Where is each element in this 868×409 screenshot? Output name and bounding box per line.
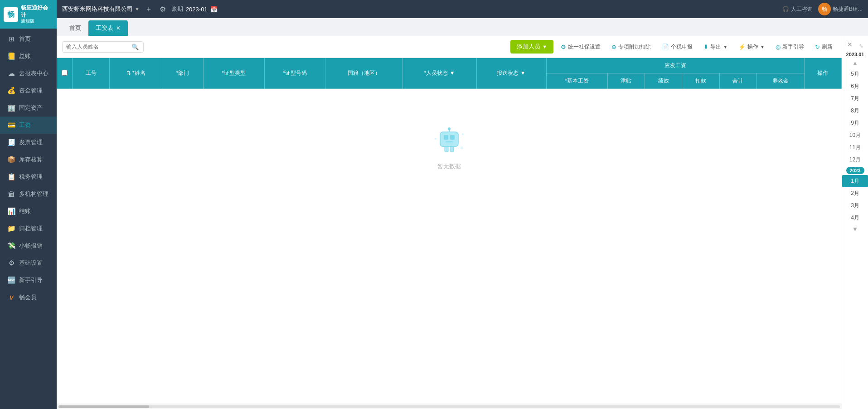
search-input[interactable] [66,44,130,50]
month-nav-down[interactable]: ▼ [851,224,860,234]
sidebar-item-label: 云报表中心 [19,69,48,78]
month-item-2022-10[interactable]: 10月 [842,129,868,141]
month-item-2022-05[interactable]: 5月 [842,68,868,80]
social-security-label: 统一社保设置 [568,43,601,51]
sidebar-item-settings[interactable]: ⚙ 基础设置 [0,254,57,272]
calendar-icon[interactable]: 📅 [210,6,218,13]
new-guide-icon: ◎ [776,44,781,50]
special-deduction-icon: ⊕ [611,44,616,50]
col-id-no: *证型号码 [264,58,325,89]
col-pension: 养老金 [757,73,804,89]
sidebar-item-archive[interactable]: 📁 归档管理 [0,220,57,237]
sidebar-item-fixed-assets[interactable]: 🏢 固定资产 [0,99,57,117]
month-item-2023-02[interactable]: 2月 [842,187,868,200]
scrollbar-track [58,405,840,408]
month-item-2022-09[interactable]: 9月 [842,117,868,129]
month-nav-up[interactable]: ▲ [851,58,860,68]
export-icon: ⬇ [703,44,708,50]
month-item-2022-08[interactable]: 8月 [842,105,868,117]
month-item-2022-06[interactable]: 6月 [842,80,868,93]
export-btn[interactable]: ⬇ 导出 ▼ [700,41,731,53]
sidebar-item-expense[interactable]: 💸 小畅报销 [0,237,57,254]
add-person-button[interactable]: 添加人员 ▼ [510,40,553,54]
tab-close-icon[interactable]: ✕ [116,25,121,31]
fixed-assets-icon: 🏢 [7,104,15,112]
svg-rect-0 [440,132,458,146]
sidebar-nav: ⊞ 首页 📒 总账 ☁ 云报表中心 💰 资金管理 🏢 固定资产 💳 工资 🧾 发… [0,29,57,409]
sidebar-item-guide[interactable]: 🆕 新手引导 [0,272,57,289]
col-checkbox[interactable] [57,58,73,89]
company-settings-button[interactable]: ⚙ [158,4,168,15]
new-guide-btn[interactable]: ◎ 新手引导 [772,41,808,53]
col-performance: 绩效 [645,73,682,89]
sidebar-item-label: 发票管理 [19,138,43,146]
svg-rect-5 [450,146,454,152]
social-security-btn[interactable]: ⚙ 统一社保设置 [557,41,604,53]
add-company-button[interactable]: ＋ [143,4,154,15]
panel-expand-button[interactable]: ⤡ [856,42,866,50]
horizontal-scrollbar[interactable] [57,404,842,409]
scrollbar-thumb[interactable] [58,405,149,408]
sidebar-item-tax[interactable]: 📋 税务管理 [0,168,57,185]
tab-salary[interactable]: 工资表 ✕ [88,20,128,36]
sidebar-item-fund[interactable]: 💰 资金管理 [0,82,57,99]
month-item-2023-04[interactable]: 4月 [842,212,868,224]
logo-sub: 旗舰版 [21,19,53,24]
headset-icon: 🎧 [782,6,789,12]
sidebar-item-label: 小畅报销 [19,242,43,250]
main-area: 西安虾米网络科技有限公司 ▼ ＋ ⚙ 账期 2023-01 📅 🎧 人工咨询 畅… [57,0,868,409]
panel-close-button[interactable]: ✕ [844,39,855,50]
export-label: 导出 [710,43,721,51]
empty-cell: 暂无数据 [57,89,842,207]
refresh-btn[interactable]: ↻ 刷新 [811,41,836,53]
sidebar-item-close[interactable]: 📊 结账 [0,203,57,220]
year-2023-label: 2023 [846,167,864,174]
special-deduction-btn[interactable]: ⊕ 专项附加扣除 [608,41,655,53]
empty-text: 暂无数据 [437,162,461,170]
month-panel: ✕ ⤡ 2023.01 ▲ 5月 6月 7月 8月 9月 10月 11月 12月… [842,36,868,409]
logo-icon: 畅 [4,7,18,22]
multi-org-icon: 🏛 [7,190,15,198]
month-item-2023-03[interactable]: 3月 [842,200,868,212]
operation-btn[interactable]: ⚡ 操作 ▼ [735,41,768,53]
sidebar-item-home[interactable]: ⊞ 首页 [0,30,57,48]
special-deduction-label: 专项附加扣除 [618,43,651,51]
user-profile[interactable]: 畅 畅捷通B组... [818,3,863,15]
sidebar-item-label: 结账 [19,207,31,215]
tax-declare-btn[interactable]: 📄 个税申报 [658,41,696,53]
topbar: 西安虾米网络科技有限公司 ▼ ＋ ⚙ 账期 2023-01 📅 🎧 人工咨询 畅… [57,0,868,18]
ai-service-btn[interactable]: 🎧 人工咨询 [782,5,813,13]
sidebar-item-invoice[interactable]: 🧾 发票管理 [0,134,57,151]
col-emp-no: 工号 [73,58,110,89]
sidebar-item-member[interactable]: V 畅会员 [0,289,57,306]
search-box[interactable]: 🔍 [62,41,144,53]
tab-home-label: 首页 [69,24,81,31]
month-item-2022-12[interactable]: 12月 [842,154,868,166]
col-person-status: *人员状态 ▼ [402,58,476,89]
tab-home[interactable]: 首页 [62,20,88,36]
sidebar-item-multi-org[interactable]: 🏛 多机构管理 [0,185,57,203]
col-id-type: *证型类型 [203,58,264,89]
archive-icon: 📁 [7,224,15,233]
col-basic-salary: *基本工资 [546,73,607,89]
tab-salary-label: 工资表 [96,24,113,32]
month-item-2023-01[interactable]: 1月 [842,175,868,187]
sidebar-item-label: 归档管理 [19,224,43,233]
sidebar-item-ledger[interactable]: 📒 总账 [0,48,57,65]
month-item-2022-11[interactable]: 11月 [842,141,868,154]
year-current-display: 2023.01 [846,51,864,58]
ledger-icon: 📒 [7,52,15,60]
refresh-label: 刷新 [822,43,833,51]
col-salary-group: 应发工资 [546,58,804,73]
search-icon: 🔍 [131,44,139,50]
sidebar-item-salary[interactable]: 💳 工资 [0,117,57,134]
period-value: 2023-01 [186,6,208,13]
select-all-checkbox[interactable] [62,70,68,76]
sidebar-item-inventory[interactable]: 📦 库存核算 [0,151,57,168]
operation-dropdown-icon: ▼ [760,44,765,49]
add-person-label: 添加人员 [517,43,540,51]
sidebar-item-cloud-report[interactable]: ☁ 云报表中心 [0,65,57,82]
fund-icon: 💰 [7,87,15,95]
company-selector[interactable]: 西安虾米网络科技有限公司 ▼ [62,5,140,13]
month-item-2022-07[interactable]: 7月 [842,93,868,105]
